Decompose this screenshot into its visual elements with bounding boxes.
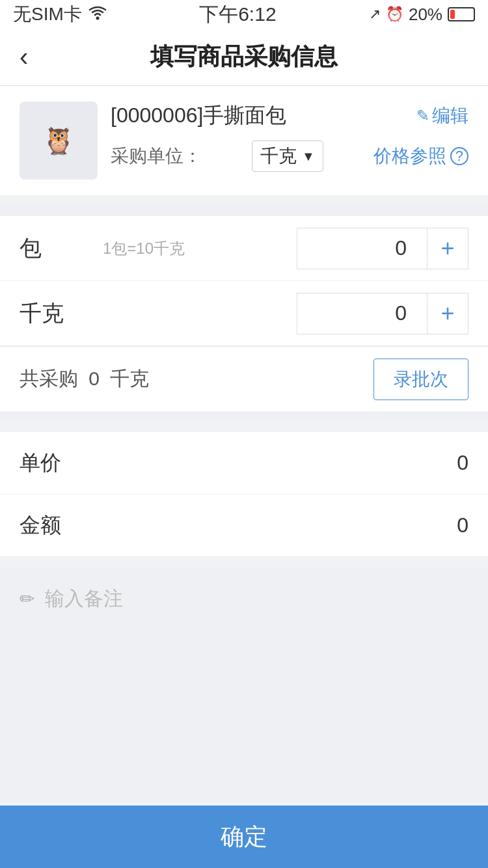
alarm-icon: ⏰ bbox=[386, 6, 403, 23]
kilogram-input-group: + bbox=[297, 293, 468, 334]
chevron-down-icon: ▼ bbox=[302, 149, 315, 164]
product-info: [0000006]手撕面包 ✎ 编辑 采购单位： 千克 ▼ 价格参照 ? bbox=[111, 102, 468, 172]
confirm-button[interactable]: 确定 bbox=[0, 806, 488, 868]
purchase-unit-row: 采购单位： 千克 ▼ 价格参照 ? bbox=[111, 141, 468, 172]
total-row: 共采购 0 千克 录批次 bbox=[0, 346, 488, 411]
remark-placeholder: 输入备注 bbox=[45, 586, 123, 612]
package-row: 包 1包=10千克 + bbox=[0, 216, 488, 281]
kilogram-plus-button[interactable]: + bbox=[427, 293, 468, 334]
carrier-text: 无SIM卡 bbox=[13, 2, 82, 27]
status-bar: 无SIM卡 下午6:12 ↗ ⏰ 20% bbox=[0, 0, 488, 29]
kilogram-row: 千克 + bbox=[0, 281, 488, 346]
unit-select[interactable]: 千克 ▼ bbox=[252, 141, 323, 172]
unit-price-label: 单价 bbox=[20, 449, 61, 478]
unit-price-value: 0 bbox=[457, 451, 468, 475]
battery-icon bbox=[448, 7, 475, 21]
status-time: 下午6:12 bbox=[199, 1, 276, 28]
section-divider-2 bbox=[0, 411, 488, 422]
location-icon: ↗ bbox=[369, 6, 381, 23]
battery-percent: 20% bbox=[409, 5, 442, 25]
amount-row: 金额 0 bbox=[0, 495, 488, 557]
status-left: 无SIM卡 bbox=[13, 2, 107, 27]
price-ref-button[interactable]: 价格参照 ? bbox=[373, 144, 468, 169]
edit-button[interactable]: ✎ 编辑 bbox=[416, 103, 468, 128]
remark-section[interactable]: ✏ 输入备注 bbox=[0, 567, 488, 802]
amount-label: 金额 bbox=[20, 511, 61, 540]
total-unit: 千克 bbox=[110, 368, 149, 389]
package-sub-label: 1包=10千克 bbox=[103, 238, 185, 259]
total-amount: 0 bbox=[88, 368, 100, 389]
amount-value: 0 bbox=[457, 513, 468, 537]
edit-label: 编辑 bbox=[432, 103, 468, 128]
package-input[interactable] bbox=[297, 228, 427, 269]
total-label: 共采购 0 千克 bbox=[20, 366, 149, 392]
kilogram-input[interactable] bbox=[297, 293, 427, 334]
pencil-icon: ✏ bbox=[20, 588, 34, 610]
page-title: 填写商品采购信息 bbox=[150, 41, 338, 73]
price-section: 单价 0 金额 0 bbox=[0, 432, 488, 557]
product-name: [0000006]手撕面包 bbox=[111, 102, 286, 130]
purchase-unit-label: 采购单位： bbox=[111, 144, 202, 169]
unit-value: 千克 bbox=[260, 144, 297, 169]
kilogram-label: 千克 bbox=[20, 299, 98, 329]
price-ref-label: 价格参照 bbox=[373, 144, 446, 169]
package-plus-button[interactable]: + bbox=[427, 228, 468, 269]
total-prefix: 共采购 bbox=[20, 368, 78, 389]
input-section: 包 1包=10千克 + 千克 + bbox=[0, 216, 488, 346]
unit-price-row: 单价 0 bbox=[0, 432, 488, 495]
back-button[interactable]: ‹ bbox=[20, 42, 28, 72]
price-ref-help-icon: ? bbox=[450, 147, 468, 165]
section-divider-1 bbox=[0, 206, 488, 216]
record-batch-button[interactable]: 录批次 bbox=[373, 359, 468, 400]
product-logo-icon: 🦉 bbox=[42, 126, 75, 156]
status-right: ↗ ⏰ 20% bbox=[369, 5, 475, 25]
edit-icon: ✎ bbox=[416, 107, 429, 125]
product-name-row: [0000006]手撕面包 ✎ 编辑 bbox=[111, 102, 468, 130]
nav-bar: ‹ 填写商品采购信息 bbox=[0, 29, 488, 86]
package-label: 包 bbox=[20, 234, 98, 264]
product-section: 🦉 [0000006]手撕面包 ✎ 编辑 采购单位： 千克 ▼ 价格参照 ? bbox=[0, 86, 488, 195]
product-image: 🦉 bbox=[20, 102, 98, 180]
svg-point-0 bbox=[96, 17, 99, 20]
wifi-icon bbox=[88, 4, 107, 25]
package-input-group: + bbox=[297, 228, 468, 269]
